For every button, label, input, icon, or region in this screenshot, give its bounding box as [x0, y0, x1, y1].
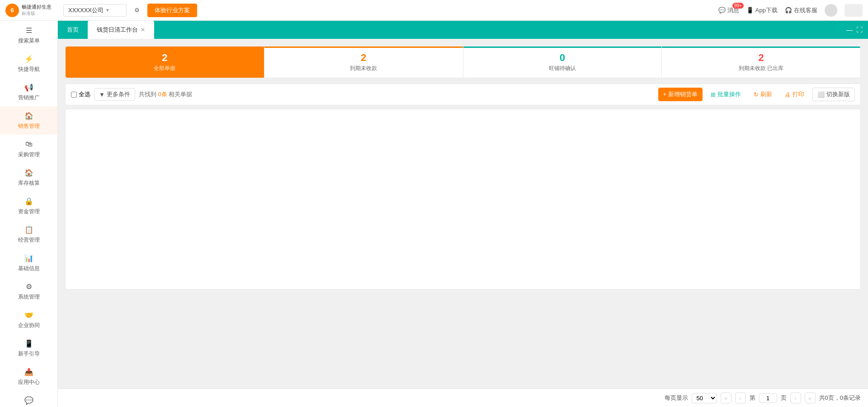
stat-card-all[interactable]: 2 全部单据: [66, 47, 264, 78]
page-content: 2 全部单据 2 到期未收款 0 旺铺待确认 2 到期未收款 已出库: [58, 39, 868, 388]
basic-info-icon: 📊: [24, 253, 34, 263]
refresh-label: 刷新: [760, 90, 772, 98]
sidebar-item-finance[interactable]: 🔒 资金管理: [0, 192, 57, 220]
sidebar-item-inventory[interactable]: 🏠 库存核算: [0, 163, 57, 192]
app-name: 畅捷通好生意: [22, 4, 52, 10]
wechat-icon: 💬: [24, 395, 34, 405]
page-size-select[interactable]: 20 50 100: [692, 393, 717, 403]
sidebar-item-quick-nav[interactable]: ⚡ 快捷导航: [0, 49, 57, 78]
quick-nav-icon: ⚡: [24, 54, 34, 64]
switch-icon: ⬜: [817, 91, 825, 98]
print-button[interactable]: 🖨 打印: [780, 88, 809, 101]
pagination-bar: 每页显示 20 50 100 « ‹ 第 页 › » 共0页，0条记录: [58, 388, 868, 407]
sidebar-label-quick-nav: 快捷导航: [18, 65, 40, 73]
batch-button[interactable]: ⊞ 批量操作: [706, 88, 745, 101]
sidebar-item-enterprise[interactable]: 🤝 企业协同: [0, 305, 57, 334]
top-nav-actions: — ⛶: [846, 26, 868, 33]
app-download-button[interactable]: 📱 App下载: [746, 6, 778, 14]
page-number-input[interactable]: [759, 393, 777, 403]
search-menu-icon: ☰: [24, 25, 34, 35]
top-nav: 首页 钱货日清工作台 ✕ — ⛶: [58, 21, 868, 39]
page-size-label: 每页显示: [665, 394, 688, 402]
content-area: 首页 钱货日清工作台 ✕ — ⛶ 2 全部单据 2: [58, 21, 868, 407]
stats-row: 2 全部单据 2 到期未收款 0 旺铺待确认 2 到期未收款 已出库: [65, 46, 861, 78]
filter-button[interactable]: ▼ 更多条件: [94, 88, 135, 101]
sidebar-item-wechat[interactable]: 💬 企业微信: [0, 391, 57, 407]
stat-label-pending: 旺铺待确认: [472, 65, 653, 72]
total-info: 共0页，0条记录: [819, 394, 861, 402]
select-all-checkbox[interactable]: 全选: [71, 90, 90, 98]
select-all-input[interactable]: [71, 92, 77, 98]
stat-card-overdue[interactable]: 2 到期未收款: [264, 47, 463, 78]
company-selector[interactable]: XXXXXX公司 ▼: [63, 4, 127, 17]
finance-icon: 🔒: [24, 196, 34, 206]
minimize-icon[interactable]: —: [846, 26, 853, 33]
inventory-icon: 🏠: [24, 168, 34, 178]
stat-num-overdue: 2: [274, 52, 454, 64]
sidebar-label-inventory: 库存核算: [18, 179, 40, 187]
sidebar-item-app-center[interactable]: 📥 应用中心: [0, 362, 57, 391]
guide-icon: 📱: [24, 338, 34, 348]
sidebar-item-purchase[interactable]: 🛍 采购管理: [0, 135, 57, 163]
sidebar-item-system[interactable]: ⚙ 系统管理: [0, 277, 57, 305]
tab-home[interactable]: 首页: [58, 21, 88, 39]
batch-icon: ⊞: [711, 91, 716, 98]
chevron-down-icon: ▼: [105, 8, 110, 13]
user-name[interactable]: [844, 4, 863, 17]
app-center-icon: 📥: [24, 367, 34, 377]
company-name: XXXXXX公司: [68, 6, 104, 14]
avatar[interactable]: [825, 4, 837, 17]
found-text: 共找到 0条 相关单据: [139, 90, 192, 98]
sidebar-label-marketing: 营销推广: [18, 94, 40, 102]
sidebar-label-enterprise: 企业协同: [18, 322, 40, 329]
app-badge: 标准版: [22, 10, 52, 17]
marketing-icon: 📢: [24, 82, 34, 92]
enterprise-icon: 🤝: [24, 310, 34, 320]
trial-button[interactable]: 体验行业方案: [147, 4, 197, 17]
print-label: 打印: [793, 90, 804, 98]
headset-icon: 🎧: [785, 7, 792, 14]
page-label2: 页: [781, 394, 787, 402]
workbench-tab-label: 钱货日清工作台: [97, 26, 138, 34]
sidebar: ☰ 搜索菜单 ⚡ 快捷导航 📢 营销推广 🏠 销售管理 🛍 采购管理 🏠 库存核…: [0, 21, 58, 407]
messages-badge: 99+: [732, 3, 744, 9]
next-page-button[interactable]: ›: [790, 393, 801, 403]
sidebar-item-sales[interactable]: 🏠 销售管理: [0, 106, 57, 135]
prev-page-button[interactable]: ‹: [735, 393, 746, 403]
sidebar-item-operations[interactable]: 📋 经营管理: [0, 220, 57, 248]
refresh-button[interactable]: ↻ 刷新: [749, 88, 777, 101]
sidebar-item-guide[interactable]: 📱 新手引导: [0, 334, 57, 362]
sidebar-label-finance: 资金管理: [18, 208, 40, 215]
table-area: [65, 109, 861, 290]
found-count: 0条: [158, 91, 167, 98]
settings-button[interactable]: ⚙: [130, 4, 144, 17]
first-page-button[interactable]: «: [721, 393, 731, 403]
logo-icon: 6: [5, 4, 19, 17]
toolbar: 全选 ▼ 更多条件 共找到 0条 相关单据 + 新增销货单 ⊞: [65, 84, 861, 105]
stat-num-all: 2: [75, 52, 255, 64]
add-order-button[interactable]: + 新增销货单: [658, 88, 703, 101]
sidebar-item-search-menu[interactable]: ☰ 搜索菜单: [0, 21, 57, 49]
operations-icon: 📋: [24, 225, 34, 234]
maximize-icon[interactable]: ⛶: [856, 26, 863, 33]
sidebar-label-guide: 新手引导: [18, 350, 40, 358]
sidebar-label-purchase: 采购管理: [18, 151, 40, 159]
online-service-button[interactable]: 🎧 在线客服: [785, 6, 817, 14]
stat-num-pending: 0: [472, 52, 653, 64]
sidebar-item-basic-info[interactable]: 📊 基础信息: [0, 248, 57, 277]
switch-version-button[interactable]: ⬜ 切换新版: [812, 88, 855, 101]
last-page-button[interactable]: »: [805, 393, 816, 403]
filter-icon: ▼: [99, 91, 105, 98]
stat-card-shipped[interactable]: 2 到期未收款 已出库: [662, 47, 860, 78]
sales-icon: 🏠: [24, 111, 34, 121]
main-layout: ☰ 搜索菜单 ⚡ 快捷导航 📢 营销推广 🏠 销售管理 🛍 采购管理 🏠 库存核…: [0, 21, 868, 407]
messages-button[interactable]: 💬 消息 99+: [718, 6, 739, 14]
stat-card-pending[interactable]: 0 旺铺待确认: [463, 47, 662, 78]
page-label: 第: [750, 394, 755, 402]
tab-workbench[interactable]: 钱货日清工作台 ✕: [88, 21, 154, 39]
home-tab-label: 首页: [67, 26, 79, 34]
sidebar-label-operations: 经营管理: [18, 236, 40, 244]
batch-label: 批量操作: [717, 90, 741, 98]
tab-close-icon[interactable]: ✕: [141, 27, 145, 33]
sidebar-item-marketing[interactable]: 📢 营销推广: [0, 78, 57, 106]
